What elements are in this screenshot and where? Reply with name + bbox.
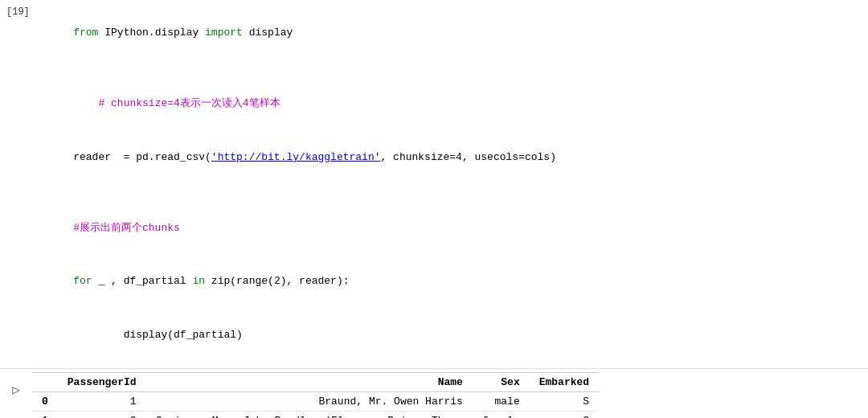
cell-value: Cumings, Mrs. John Bradley (Florence Bri… <box>146 411 473 418</box>
col-embarked-1: Embarked <box>530 372 599 391</box>
cell-number: [19] <box>6 6 30 18</box>
tables-container: PassengerId Name Sex Embarked 01Braund, … <box>32 369 868 418</box>
output-arrow: ▷ <box>0 369 32 418</box>
table-row: 01Braund, Mr. Owen HarrismaleS <box>32 391 599 411</box>
code-line-blank2 <box>48 184 868 202</box>
col-passengerid-1: PassengerId <box>58 372 146 391</box>
cell-value: female <box>473 411 530 418</box>
table1: PassengerId Name Sex Embarked 01Braund, … <box>32 372 599 418</box>
row-index: 1 <box>32 411 58 418</box>
cell-value: Braund, Mr. Owen Harris <box>146 391 473 411</box>
row-index: 0 <box>32 391 58 411</box>
code-line-for: for _ , df_partial in zip(range(2), read… <box>48 255 868 308</box>
cell-value: S <box>530 391 599 411</box>
cell-value: 2 <box>58 411 146 418</box>
code-line-comment2: #展示出前两个chunks <box>48 202 868 255</box>
table1-header: PassengerId Name Sex Embarked <box>32 372 599 391</box>
keyword-from: from <box>73 27 98 39</box>
col-name-1: Name <box>146 372 473 391</box>
table1-wrapper: PassengerId Name Sex Embarked 01Braund, … <box>32 372 868 418</box>
code-cell: [19] from IPython.display import display… <box>0 0 868 369</box>
code-line-blank1 <box>48 59 868 77</box>
col-index-1 <box>32 372 58 391</box>
code-line-comment1: # chunksize=4表示一次读入4笔样本 <box>48 77 868 130</box>
code-line-1: from IPython.display import display <box>48 6 868 59</box>
cell-value: C <box>530 411 599 418</box>
cell-value: 1 <box>58 391 146 411</box>
output-section: ▷ PassengerId Name Sex Embarked 01Braund… <box>0 369 868 418</box>
cell-value: male <box>473 391 530 411</box>
table1-body: 01Braund, Mr. Owen HarrismaleS12Cumings,… <box>32 391 599 418</box>
code-line-display: display(df_partial) <box>48 309 868 362</box>
table-row: 12Cumings, Mrs. John Bradley (Florence B… <box>32 411 599 418</box>
code-line-reader: reader = pd.read_csv('http://bit.ly/kagg… <box>48 131 868 184</box>
col-sex-1: Sex <box>473 372 530 391</box>
